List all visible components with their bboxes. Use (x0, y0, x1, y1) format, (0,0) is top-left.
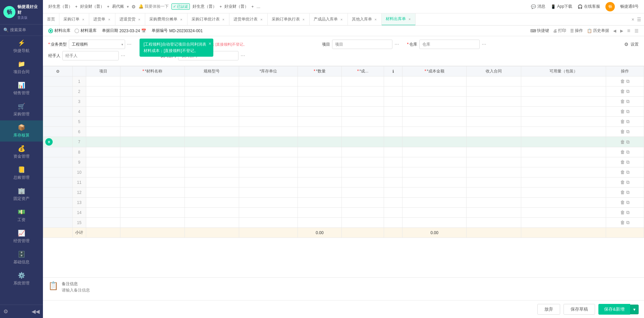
tab-goods-stats[interactable]: 进货单统计表 × (229, 13, 267, 25)
copy-row-btn[interactable]: ⧉ (626, 190, 630, 195)
nav-prev-btn[interactable]: ◀ (613, 29, 616, 33)
income-contract-dots[interactable]: ··· (240, 53, 245, 59)
operation-btn[interactable]: ☰ 操作 (570, 28, 583, 34)
table-cell[interactable] (342, 167, 384, 177)
online-service-btn[interactable]: 🎧 在线客服 (578, 4, 600, 9)
table-cell[interactable] (120, 177, 184, 188)
settings-icon[interactable]: ⚙ (3, 308, 8, 315)
table-cell[interactable] (120, 117, 184, 127)
table-cell[interactable] (384, 117, 402, 127)
sidebar-item-accounting[interactable]: 📒 总账管理 (0, 163, 43, 184)
table-cell[interactable] (120, 208, 184, 218)
discard-button[interactable]: 放弃 (537, 304, 560, 315)
table-cell[interactable] (521, 137, 606, 147)
table-cell[interactable] (298, 107, 341, 117)
table-cell[interactable] (384, 97, 402, 107)
nav-haoyecai[interactable]: 好业财（普） (80, 4, 104, 9)
table-cell[interactable] (467, 107, 521, 117)
copy-row-btn[interactable]: ⧉ (626, 179, 630, 185)
table-cell[interactable] (342, 127, 384, 137)
shortcut-btn[interactable]: ⌨ 快捷键 (530, 28, 549, 34)
delete-row-btn[interactable]: 🗑 (620, 139, 625, 145)
table-cell[interactable] (298, 127, 341, 137)
nav-next-btn[interactable]: ▶ (620, 29, 623, 33)
table-cell[interactable] (86, 147, 120, 157)
tab-close-icon[interactable]: × (374, 17, 377, 22)
nav-more[interactable]: … (256, 4, 260, 9)
table-cell[interactable] (467, 97, 521, 107)
table-cell[interactable] (384, 127, 402, 137)
tab-close-icon[interactable]: × (260, 17, 263, 22)
table-cell[interactable] (239, 117, 298, 127)
tab-close-all[interactable]: × (632, 17, 634, 22)
date-value[interactable]: 2023-03-24 (119, 29, 140, 33)
warehouse-input[interactable] (419, 40, 480, 49)
sidebar-item-shortcut[interactable]: ⚡ 快捷导航 (0, 36, 43, 57)
table-cell[interactable] (120, 188, 184, 198)
table-cell[interactable] (239, 137, 298, 147)
table-cell[interactable] (298, 188, 341, 198)
table-cell[interactable] (342, 107, 384, 117)
table-cell[interactable] (467, 147, 521, 157)
radio-material-out[interactable]: 材料出库 (48, 28, 70, 34)
delete-row-btn[interactable]: 🗑 (620, 78, 625, 84)
table-cell[interactable] (384, 218, 402, 228)
warehouse-dots[interactable]: ··· (482, 41, 486, 47)
notes-textarea[interactable] (62, 287, 263, 297)
table-cell[interactable] (384, 76, 402, 87)
table-cell[interactable] (239, 167, 298, 177)
tab-purchase-stats[interactable]: 采购订单统计表 × (187, 13, 229, 25)
tab-goods-return[interactable]: 进退货货 × (115, 13, 145, 25)
table-cell[interactable] (467, 87, 521, 97)
table-cell[interactable] (521, 167, 606, 177)
table-cell[interactable] (342, 208, 384, 218)
table-cell[interactable] (402, 198, 467, 208)
search-menu[interactable]: 🔍 搜索菜单 (0, 24, 43, 36)
table-cell[interactable] (467, 208, 521, 218)
settings-gear-icon[interactable]: ⚙ (624, 42, 629, 47)
message-btn[interactable]: 💬 消息 (531, 4, 545, 9)
table-cell[interactable] (120, 127, 184, 137)
table-cell[interactable] (402, 137, 467, 147)
delete-row-btn[interactable]: 🗑 (620, 179, 625, 185)
table-cell[interactable] (521, 208, 606, 218)
table-cell[interactable] (384, 107, 402, 117)
table-cell[interactable] (402, 76, 467, 87)
delete-row-btn[interactable]: 🗑 (620, 169, 625, 175)
nav-haoshengyi[interactable]: 好生意（普） (48, 4, 72, 9)
table-cell[interactable] (239, 208, 298, 218)
copy-row-btn[interactable]: ⧉ (626, 89, 630, 94)
table-cell[interactable] (86, 107, 120, 117)
table-cell[interactable] (342, 117, 384, 127)
table-cell[interactable] (402, 218, 467, 228)
nav-haoyecai2[interactable]: 好业财（普） (224, 4, 249, 9)
table-cell[interactable] (239, 147, 298, 157)
table-cell[interactable] (239, 188, 298, 198)
delete-row-btn[interactable]: 🗑 (620, 200, 625, 205)
sidebar-item-base[interactable]: 🗄️ 基础信息 (0, 247, 43, 268)
table-cell[interactable] (184, 147, 239, 157)
view-list-icon[interactable]: ≡ (627, 28, 630, 34)
table-cell[interactable] (120, 147, 184, 157)
copy-row-btn[interactable]: ⧉ (626, 169, 630, 175)
copy-row-btn[interactable]: ⧉ (626, 109, 630, 114)
project-input[interactable] (332, 40, 392, 49)
table-cell[interactable] (521, 87, 606, 97)
copy-row-btn[interactable]: ⧉ (626, 220, 630, 225)
table-cell[interactable] (342, 157, 384, 167)
save-new-main-button[interactable]: 保存&新增 (598, 304, 630, 315)
nav-haoshengyi2[interactable]: 好生意（普） (193, 4, 217, 9)
table-cell[interactable] (521, 157, 606, 167)
view-grid-icon[interactable]: ≣ (634, 28, 639, 34)
table-cell[interactable] (384, 188, 402, 198)
delete-row-btn[interactable]: 🗑 (620, 89, 625, 94)
table-cell[interactable] (467, 117, 521, 127)
table-cell[interactable] (298, 117, 341, 127)
table-cell[interactable] (467, 157, 521, 167)
business-type-input[interactable] (69, 40, 125, 49)
copy-row-btn[interactable]: ⧉ (626, 200, 630, 205)
table-cell[interactable] (298, 157, 341, 167)
table-cell[interactable] (342, 198, 384, 208)
table-cell[interactable] (239, 97, 298, 107)
table-cell[interactable] (86, 218, 120, 228)
